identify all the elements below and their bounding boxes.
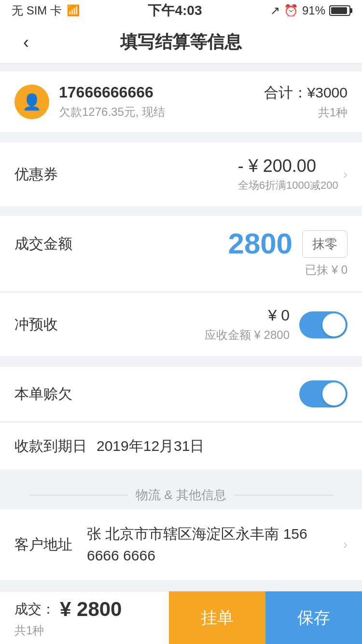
precollect-info: ¥ 0 应收金额 ¥ 2800 [205, 307, 290, 343]
customer-debt: 欠款1276.35元, 现结 [59, 104, 165, 120]
deal-amount-label: 成交金额 [14, 234, 72, 254]
nav-bar: ‹ 填写结算等信息 [0, 21, 362, 64]
coupon-description: 全场6折满1000减200 [238, 178, 338, 193]
duedate-row: 收款到期日 2019年12月31日 [14, 436, 348, 456]
status-bar: 无 SIM 卡 📶 下午4:03 ↗ ⏰ 91% [0, 0, 362, 21]
bottom-summary: 成交： ¥ 2800 共1种 [0, 598, 169, 638]
precollect-row: 冲预收 ¥ 0 应收金额 ¥ 2800 [14, 307, 348, 343]
debt-toggle[interactable] [299, 380, 348, 407]
customer-phone: 17666666666 [59, 84, 165, 101]
address-chevron-icon: › [343, 537, 348, 552]
customer-right: 合计：¥3000 共1种 [264, 83, 348, 120]
deal-amount-row: 成交金额 2800 抹零 [14, 229, 348, 258]
status-left: 无 SIM 卡 📶 [12, 3, 80, 18]
duedate-section: 收款到期日 2019年12月31日 [0, 423, 362, 470]
coupon-right: - ¥ 200.00 全场6折满1000减200 › [238, 156, 348, 193]
bottom-count: 共1种 [14, 623, 154, 638]
address-section[interactable]: 客户地址 张 北京市市辖区海淀区永丰南 156 6666 6666 › [0, 509, 362, 580]
coupon-row[interactable]: 优惠券 - ¥ 200.00 全场6折满1000减200 › [0, 142, 362, 206]
status-time: 下午4:03 [148, 1, 202, 20]
coupon-discount: - ¥ 200.00 [238, 156, 338, 176]
customer-total: 合计：¥3000 [264, 83, 348, 103]
battery-fill [331, 7, 347, 14]
precollect-sub: 应收金额 ¥ 2800 [205, 327, 290, 343]
round-button[interactable]: 抹零 [302, 230, 348, 258]
coupon-chevron-icon: › [343, 167, 348, 182]
logistics-line: 物流 & 其他信息 [0, 487, 362, 504]
divider-5 [0, 421, 362, 422]
alarm-icon: ⏰ [284, 4, 298, 17]
customer-left: 👤 17666666666 欠款1276.35元, 现结 [14, 84, 165, 120]
precollect-section: 冲预收 ¥ 0 应收金额 ¥ 2800 [0, 293, 362, 356]
customer-section: 👤 17666666666 欠款1276.35元, 现结 合计：¥3000 共1… [0, 71, 362, 132]
page-title: 填写结算等信息 [120, 30, 242, 54]
deal-amount-right: 2800 抹零 [228, 229, 348, 258]
carrier-text: 无 SIM 卡 [12, 3, 62, 18]
divider-3 [0, 291, 362, 292]
location-icon: ↗ [270, 4, 280, 17]
bottom-deal-amount: ¥ 2800 [60, 598, 122, 621]
customer-info: 17666666666 欠款1276.35元, 现结 [59, 84, 165, 120]
precollect-toggle-knob [322, 313, 346, 336]
logistics-divider: 物流 & 其他信息 [0, 480, 362, 509]
back-button[interactable]: ‹ [12, 28, 41, 57]
avatar-icon: 👤 [22, 93, 42, 111]
divider-2 [0, 206, 362, 216]
battery-percent: 91% [302, 4, 325, 17]
deal-amount-value: 2800 [228, 229, 292, 258]
duedate-label: 收款到期日 [14, 436, 87, 456]
address-value: 张 北京市市辖区海淀区永丰南 156 6666 6666 [87, 523, 343, 566]
duedate-value: 2019年12月31日 [97, 436, 204, 456]
divider-6 [0, 470, 362, 479]
pending-button[interactable]: 挂单 [169, 591, 265, 644]
bottom-deal-row: 成交： ¥ 2800 [14, 598, 154, 621]
wifi-icon: 📶 [67, 4, 80, 17]
battery-icon [329, 5, 350, 16]
precollect-right: ¥ 0 应收金额 ¥ 2800 [205, 307, 348, 343]
customer-count: 共1种 [264, 105, 348, 120]
precollect-label: 冲预收 [14, 315, 58, 335]
debt-toggle-knob [322, 382, 346, 406]
status-right: ↗ ⏰ 91% [270, 4, 350, 17]
logistics-label: 物流 & 其他信息 [136, 487, 226, 504]
coupon-info: - ¥ 200.00 全场6折满1000减200 [238, 156, 338, 193]
coupon-label: 优惠券 [14, 165, 58, 184]
deal-sub-text: 已抹 ¥ 0 [14, 262, 348, 278]
bottom-bar: 成交： ¥ 2800 共1种 挂单 保存 [0, 591, 362, 644]
debt-label: 本单赊欠 [14, 384, 72, 404]
precollect-toggle[interactable] [299, 311, 348, 338]
avatar: 👤 [14, 84, 49, 119]
debt-section: 本单赊欠 [0, 367, 362, 421]
divider-4 [0, 356, 362, 366]
divider-1 [0, 132, 362, 141]
bottom-deal-label: 成交： [14, 600, 55, 618]
deal-amount-section: 成交金额 2800 抹零 已抹 ¥ 0 [0, 216, 362, 291]
precollect-amount: ¥ 0 [205, 307, 290, 324]
save-button[interactable]: 保存 [265, 591, 362, 644]
address-label: 客户地址 [14, 535, 72, 555]
